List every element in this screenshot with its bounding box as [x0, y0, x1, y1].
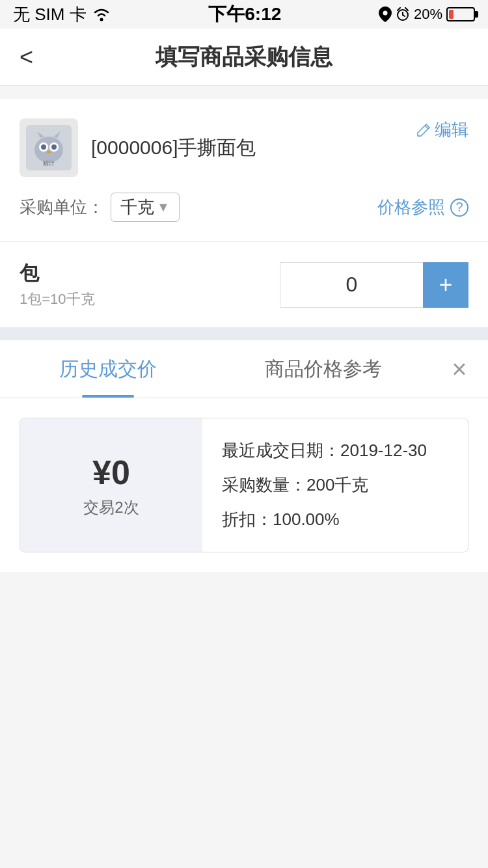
- status-time: 下午6:12: [208, 2, 281, 27]
- product-logo: 鲸计: [26, 125, 72, 170]
- price-right-panel: 最近成交日期：2019-12-30 采购数量：200千克 折扣：100.00%: [202, 418, 468, 552]
- quantity-plus-button[interactable]: +: [423, 262, 468, 308]
- alarm-icon: [396, 7, 410, 21]
- tab-history-label: 历史成交价: [59, 356, 157, 383]
- tab-product-price[interactable]: 商品价格参考: [215, 340, 431, 398]
- tab-history-price[interactable]: 历史成交价: [0, 340, 215, 398]
- help-icon: ?: [450, 198, 468, 217]
- svg-point-9: [41, 144, 46, 150]
- price-ref-button[interactable]: 价格参照 ?: [377, 196, 468, 219]
- quantity-label-group: 包 1包=10千克: [20, 260, 95, 309]
- quantity-input[interactable]: [280, 262, 423, 308]
- location-icon: [379, 7, 392, 22]
- product-header: 鲸计 [0000006]手撕面包 编辑: [20, 118, 468, 177]
- quantity-row: 包 1包=10千克 +: [0, 241, 488, 327]
- status-left: 无 SIM 卡: [13, 3, 111, 26]
- back-button[interactable]: <: [20, 44, 33, 71]
- price-currency: ¥: [92, 454, 111, 491]
- page-title: 填写商品采购信息: [156, 42, 332, 72]
- dropdown-arrow-icon: ▼: [157, 200, 170, 215]
- purchase-qty: 采购数量：200千克: [222, 472, 448, 498]
- wifi-icon: [92, 7, 111, 21]
- product-left: 鲸计 [0000006]手撕面包: [20, 118, 256, 177]
- separator: [0, 327, 488, 340]
- product-unit-row: 采购单位： 千克 ▼ 价格参照 ?: [20, 193, 468, 222]
- svg-text:鲸计: 鲸计: [43, 160, 55, 167]
- tab-header: 历史成交价 商品价格参考 ×: [0, 340, 488, 398]
- tab-underline: [82, 395, 134, 398]
- discount: 折扣：100.00%: [222, 507, 448, 532]
- price-info-card: ¥0 交易2次 最近成交日期：2019-12-30 采购数量：200千克 折扣：…: [20, 418, 468, 552]
- price-info-area: ¥0 交易2次 最近成交日期：2019-12-30 采购数量：200千克 折扣：…: [0, 398, 488, 572]
- status-right: 20%: [379, 6, 475, 23]
- tab-product-label: 商品价格参考: [265, 356, 382, 383]
- price-left-panel: ¥0 交易2次: [20, 418, 202, 552]
- recent-date: 最近成交日期：2019-12-30: [222, 438, 448, 463]
- price-trade-count: 交易2次: [83, 497, 139, 518]
- unit-value: 千克: [120, 196, 154, 219]
- edit-button[interactable]: 编辑: [416, 118, 468, 141]
- product-card: 鲸计 [0000006]手撕面包 编辑 采购单位： 千克 ▼ 价格参照 ?: [0, 99, 488, 241]
- svg-point-1: [383, 11, 387, 16]
- battery-percent: 20%: [414, 6, 442, 23]
- svg-point-0: [100, 18, 103, 21]
- svg-line-4: [403, 15, 405, 16]
- price-amount: ¥0: [92, 453, 130, 492]
- battery-icon: [446, 7, 475, 21]
- svg-point-10: [51, 144, 57, 150]
- battery-fill: [449, 10, 454, 19]
- edit-icon: [416, 123, 431, 137]
- tab-close-button[interactable]: ×: [431, 340, 488, 398]
- quantity-input-group: +: [280, 262, 468, 308]
- carrier-text: 无 SIM 卡: [13, 3, 87, 26]
- tab-panel: 历史成交价 商品价格参考 × ¥0 交易2次 最近成交日期：2019-12-30…: [0, 340, 488, 572]
- edit-label: 编辑: [435, 118, 468, 141]
- unit-label: 采购单位：: [20, 196, 104, 219]
- unit-select[interactable]: 千克 ▼: [111, 193, 180, 222]
- product-thumbnail: 鲸计: [20, 118, 78, 177]
- nav-bar: < 填写商品采购信息: [0, 29, 488, 86]
- status-bar: 无 SIM 卡 下午6:12 20%: [0, 0, 488, 29]
- main-background: [0, 572, 488, 868]
- price-value: 0: [111, 454, 130, 491]
- quantity-unit-label: 包: [20, 260, 95, 287]
- quantity-convert-label: 1包=10千克: [20, 290, 95, 309]
- price-ref-label: 价格参照: [377, 196, 445, 219]
- svg-point-6: [34, 137, 63, 163]
- product-name: [0000006]手撕面包: [91, 135, 256, 161]
